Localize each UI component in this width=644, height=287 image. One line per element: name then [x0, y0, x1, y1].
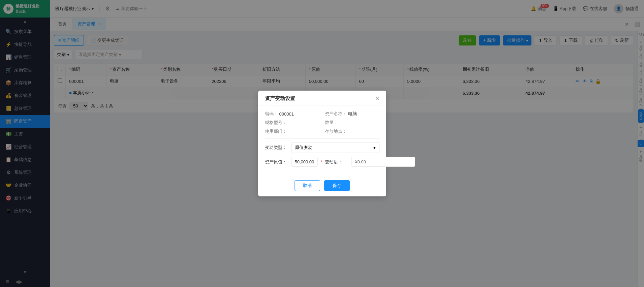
original-value-label: 资产原值：: [265, 159, 288, 165]
modal-title: 资产变动设置: [265, 95, 295, 102]
dept-label: 使用部门：: [265, 128, 287, 134]
spec-label: 规格型号：: [265, 120, 287, 126]
modal-location-row: 存放地点：: [325, 128, 379, 134]
modal-spec-row: 规格型号：: [265, 120, 319, 126]
asset-name-value: 电脑: [348, 111, 357, 117]
original-value-field: 50,000.00: [291, 157, 318, 167]
modal-close-button[interactable]: ✕: [375, 95, 379, 102]
modal-code-row: 编码： 000001: [265, 111, 319, 117]
modal-divider: [265, 138, 379, 139]
location-label: 存放地点：: [325, 128, 347, 134]
asset-change-modal: 资产变动设置 ✕ 编码： 000001 资产名称： 电脑 规格型号： 数量：: [258, 91, 386, 196]
modal-overlay: 资产变动设置 ✕ 编码： 000001 资产名称： 电脑 规格型号： 数量：: [0, 0, 644, 287]
change-type-row: 变动类型： 原值变动 ▾: [265, 142, 379, 153]
after-change-input[interactable]: [351, 157, 415, 167]
original-value-row: 资产原值： 50,000.00 * 变动后：: [265, 157, 379, 167]
code-value: 000001: [279, 111, 294, 117]
modal-footer: 取消 保存: [258, 176, 386, 196]
after-change-label: 变动后：: [325, 159, 348, 165]
required-mark: *: [320, 159, 322, 164]
code-label: 编码：: [265, 111, 278, 117]
asset-name-label: 资产名称：: [325, 111, 347, 117]
cancel-button[interactable]: 取消: [295, 180, 320, 191]
dropdown-icon: ▾: [373, 145, 376, 150]
quantity-label: 数量：: [325, 120, 338, 126]
modal-info-grid: 编码： 000001 资产名称： 电脑 规格型号： 数量： 使用部门：: [265, 111, 379, 134]
change-type-select[interactable]: 原值变动 ▾: [291, 142, 379, 153]
modal-body: 编码： 000001 资产名称： 电脑 规格型号： 数量： 使用部门：: [258, 105, 386, 176]
modal-header: 资产变动设置 ✕: [258, 91, 386, 105]
save-button[interactable]: 保存: [324, 180, 350, 191]
modal-asset-name-row: 资产名称： 电脑: [325, 111, 379, 117]
modal-dept-row: 使用部门：: [265, 128, 319, 134]
modal-quantity-row: 数量：: [325, 120, 379, 126]
change-type-label: 变动类型：: [265, 145, 288, 151]
change-type-value: 原值变动: [295, 145, 312, 151]
